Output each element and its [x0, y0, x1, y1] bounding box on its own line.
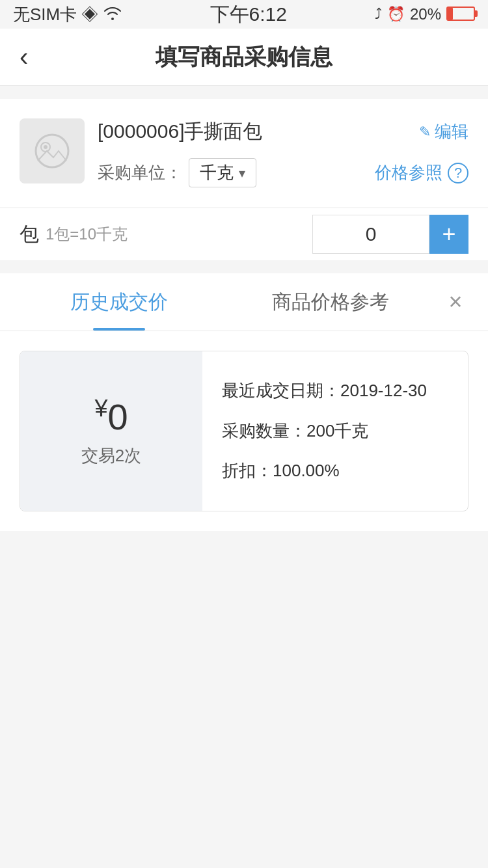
tabs-bar: 历史成交价 商品价格参考 × — [0, 273, 488, 331]
tabs-section: 历史成交价 商品价格参考 × — [0, 273, 488, 331]
qty-input-group: + — [312, 215, 468, 254]
unit-value: 千克 — [200, 161, 234, 184]
history-card: ¥0 交易2次 最近成交日期：2019-12-30 采购数量：200千克 折扣：… — [20, 351, 468, 511]
svg-point-0 — [36, 135, 68, 167]
location-icon: ⤴ — [375, 6, 382, 23]
price-ref-help-icon: ? — [448, 163, 468, 183]
discount-row: 折扣：100.00% — [222, 457, 448, 485]
edit-label: 编辑 — [435, 120, 468, 143]
status-left: 无SIM卡 ◈ — [13, 3, 122, 26]
history-trades: 交易2次 — [81, 444, 141, 467]
battery-percent: 20% — [410, 5, 441, 23]
battery-icon — [446, 5, 475, 23]
status-bar: 无SIM卡 ◈ 下午6:12 ⤴ ⏰ 20% — [0, 0, 488, 29]
quantity-section: 包 1包=10千克 + — [0, 208, 488, 260]
bottom-area — [0, 531, 488, 868]
product-info: [0000006]手撕面包 ✎ 编辑 采购单位： 千克 ▾ 价格参照 ? — [98, 118, 468, 187]
edit-icon: ✎ — [419, 124, 431, 141]
page-title: 填写商品采购信息 — [156, 42, 332, 72]
alarm-icon: ⏰ — [387, 6, 405, 23]
product-unit-row: 采购单位： 千克 ▾ 价格参照 ? — [98, 158, 468, 187]
tab-history-label: 历史成交价 — [70, 289, 168, 316]
qty-unit-badge: 包 — [20, 221, 39, 248]
back-button[interactable]: ‹ — [20, 42, 28, 72]
purchase-qty-value: 200千克 — [306, 421, 368, 441]
carrier-label: 无SIM卡 ◈ — [13, 3, 98, 26]
unit-selector-group: 采购单位： 千克 ▾ — [98, 158, 256, 187]
recent-date-row: 最近成交日期：2019-12-30 — [222, 377, 448, 405]
product-header: [0000006]手撕面包 ✎ 编辑 — [98, 118, 468, 145]
history-price-value: ¥0 — [94, 395, 128, 438]
yuan-symbol: ¥ — [94, 395, 107, 422]
qty-unit-hint: 1包=10千克 — [46, 224, 312, 245]
history-price-panel: ¥0 交易2次 — [20, 351, 202, 511]
edit-button[interactable]: ✎ 编辑 — [419, 120, 468, 143]
product-name: [0000006]手撕面包 — [98, 118, 262, 145]
nav-bar: ‹ 填写商品采购信息 — [0, 29, 488, 86]
recent-date-value: 2019-12-30 — [340, 381, 427, 400]
product-image — [20, 118, 85, 183]
status-right: ⤴ ⏰ 20% — [375, 5, 475, 23]
product-card: [0000006]手撕面包 ✎ 编辑 采购单位： 千克 ▾ 价格参照 ? — [0, 99, 488, 207]
history-details-panel: 最近成交日期：2019-12-30 采购数量：200千克 折扣：100.00% — [202, 351, 468, 511]
discount-label: 折扣： — [222, 461, 273, 480]
unit-select[interactable]: 千克 ▾ — [189, 158, 256, 187]
status-time: 下午6:12 — [210, 1, 287, 28]
price-ref-label: 价格参照 — [375, 161, 442, 184]
quantity-input[interactable] — [312, 215, 429, 254]
price-number: 0 — [107, 396, 128, 437]
unit-label: 采购单位： — [98, 161, 182, 184]
purchase-qty-label: 采购数量： — [222, 421, 306, 441]
tab-close-button[interactable]: × — [436, 282, 475, 321]
tab-history-price[interactable]: 历史成交价 — [13, 273, 224, 331]
tab-product-price-ref[interactable]: 商品价格参考 — [224, 273, 436, 331]
wifi-icon — [103, 5, 122, 25]
svg-point-2 — [44, 145, 47, 149]
price-ref-button[interactable]: 价格参照 ? — [375, 161, 468, 184]
purchase-qty-row: 采购数量：200千克 — [222, 418, 448, 445]
history-section: ¥0 交易2次 最近成交日期：2019-12-30 采购数量：200千克 折扣：… — [0, 331, 488, 531]
recent-date-label: 最近成交日期： — [222, 381, 340, 400]
discount-value: 100.00% — [273, 461, 340, 480]
qty-plus-button[interactable]: + — [429, 215, 468, 254]
tab-active-indicator — [93, 328, 145, 331]
tab-product-price-label: 商品价格参考 — [272, 289, 389, 316]
dropdown-arrow-icon: ▾ — [239, 165, 245, 181]
